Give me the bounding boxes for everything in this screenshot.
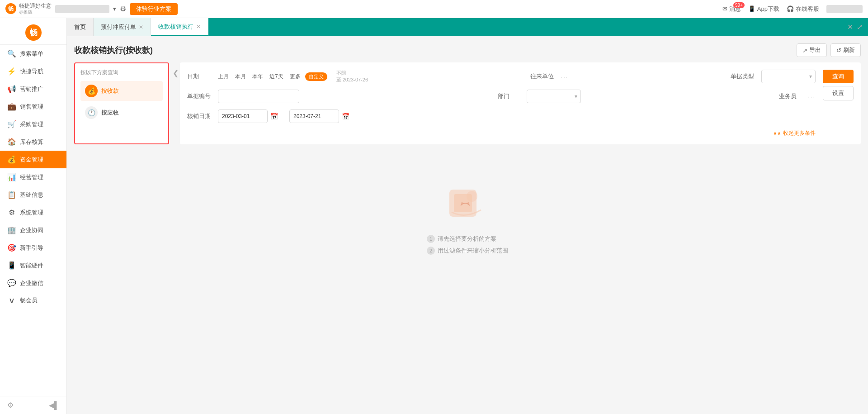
flash-icon: ⚡ bbox=[7, 67, 16, 76]
refresh-icon: ↺ bbox=[836, 47, 841, 54]
message-button[interactable]: ✉ 消息 99+ bbox=[722, 5, 741, 13]
sidebar-item-marketing[interactable]: 📢 营销推广 bbox=[0, 80, 66, 98]
date-btn-7days[interactable]: 近7天 bbox=[268, 72, 285, 81]
filter-sidebar-title: 按以下方案查询 bbox=[80, 69, 163, 76]
dept-label: 部门 bbox=[498, 92, 519, 100]
empty-tip-2: 2 用过滤条件来缩小分析范围 bbox=[427, 245, 508, 257]
partner-label: 往来单位 bbox=[530, 72, 554, 81]
filter-option-by-receipt[interactable]: 💰 按收款 bbox=[80, 81, 163, 101]
collapse-label: 收起更多条件 bbox=[783, 129, 816, 137]
sidebar-item-sales[interactable]: 💼 销售管理 bbox=[0, 98, 66, 115]
verify-date-start-input[interactable] bbox=[218, 109, 268, 123]
filter-form: 日期 上月 本月 本年 近7天 更多 自定义 bbox=[180, 62, 861, 144]
tab-prepay[interactable]: 预付冲应付单 ✕ bbox=[94, 18, 151, 36]
sidebar-item-vip[interactable]: V 畅会员 bbox=[0, 292, 66, 309]
tab-receipt-close[interactable]: ✕ bbox=[196, 24, 201, 30]
settings-bottom-icon[interactable]: ⚙ bbox=[7, 401, 14, 409]
sidebar-item-label: 企业微信 bbox=[20, 279, 43, 287]
date-btn-this-year[interactable]: 本年 bbox=[250, 72, 265, 81]
tip-num-1: 1 bbox=[427, 235, 435, 243]
collapse-chevron-icon: ∧∧ bbox=[773, 130, 781, 137]
expand-icon[interactable]: ⤢ bbox=[857, 23, 863, 31]
content-area: 首页 预付冲应付单 ✕ 收款核销执行 ✕ ✕ ⤢ 收款核销执行(按收款) bbox=[67, 18, 868, 414]
verify-date-end-cal[interactable]: 📅 bbox=[342, 113, 349, 120]
dept-select-wrap bbox=[527, 90, 581, 103]
settings-icon[interactable]: ⚙ bbox=[120, 5, 126, 13]
sidebar-item-guide[interactable]: 🎯 新手引导 bbox=[0, 239, 66, 257]
sidebar-item-inventory[interactable]: 🏠 库存核算 bbox=[0, 133, 66, 151]
set-button[interactable]: 设置 bbox=[823, 86, 854, 100]
logo-icon: 畅 bbox=[5, 3, 16, 14]
wechat-icon: 💬 bbox=[7, 279, 16, 287]
date-btn-more[interactable]: 更多 bbox=[288, 72, 302, 81]
sidebar-item-label: 快捷导航 bbox=[20, 67, 43, 76]
date-btn-this-month[interactable]: 本月 bbox=[233, 72, 248, 81]
collapse-sidebar-icon[interactable]: ◀▌ bbox=[49, 401, 59, 409]
sidebar-item-quicknav[interactable]: ⚡ 快捷导航 bbox=[0, 62, 66, 80]
dept-select[interactable] bbox=[527, 90, 581, 103]
sidebar-item-system[interactable]: ⚙ 系统管理 bbox=[0, 204, 66, 221]
workspace-dropdown-icon[interactable]: ▾ bbox=[113, 5, 116, 12]
date-to: 至 2023-07-26 bbox=[336, 76, 368, 83]
tip-text-1: 请先选择要分析的方案 bbox=[438, 233, 496, 245]
tab-prepay-close[interactable]: ✕ bbox=[139, 24, 143, 30]
tab-receipt[interactable]: 收款核销执行 ✕ bbox=[151, 18, 208, 36]
sidebar-logo: 畅 bbox=[0, 18, 66, 45]
staff-label: 业务员 bbox=[779, 92, 801, 100]
workspace-name bbox=[55, 5, 109, 13]
solution-button[interactable]: 体验行业方案 bbox=[130, 3, 178, 15]
tip-text-2: 用过滤条件来缩小分析范围 bbox=[438, 245, 508, 257]
tip-num-2: 2 bbox=[427, 247, 435, 255]
tabbar-right: ✕ ⤢ bbox=[842, 18, 868, 36]
export-button[interactable]: ↗ 导出 bbox=[797, 43, 827, 57]
sidebar-item-wechat[interactable]: 💬 企业微信 bbox=[0, 274, 66, 292]
export-label: 导出 bbox=[809, 46, 821, 54]
warehouse-icon: 🏠 bbox=[7, 138, 16, 146]
briefcase-icon: 💼 bbox=[7, 102, 16, 111]
sidebar-item-finance[interactable]: 💰 资金管理 bbox=[0, 151, 66, 168]
receipt-option-icon: 💰 bbox=[85, 85, 98, 97]
filter-option-by-receivable[interactable]: 🕐 按应收 bbox=[80, 103, 163, 123]
app-download-button[interactable]: 📱 App下载 bbox=[748, 5, 779, 13]
sidebar-item-label: 营销推广 bbox=[20, 85, 43, 93]
filter-layout: 按以下方案查询 💰 按收款 🕐 按应收 ❮ bbox=[74, 62, 861, 144]
filter-collapse-icon[interactable]: ❮ bbox=[171, 62, 180, 77]
collapse-more-btn[interactable]: ∧∧ 收起更多条件 bbox=[187, 129, 816, 137]
sidebar-item-enterprise[interactable]: 🏢 企业协同 bbox=[0, 221, 66, 239]
tab-home[interactable]: 首页 bbox=[67, 18, 94, 36]
doc-type-select-wrap bbox=[761, 70, 816, 83]
gear-icon: ⚙ bbox=[7, 208, 16, 217]
target-icon: 🎯 bbox=[7, 243, 16, 252]
partner-input[interactable]: ··· bbox=[561, 73, 569, 80]
refresh-label: 刷新 bbox=[843, 46, 855, 54]
brand-name: 畅捷通好生意 bbox=[19, 3, 52, 9]
building-icon: 🏢 bbox=[7, 226, 16, 234]
refresh-button[interactable]: ↺ 刷新 bbox=[830, 43, 861, 57]
staff-input[interactable]: ··· bbox=[808, 93, 816, 100]
sidebar-item-label: 资金管理 bbox=[20, 156, 43, 164]
doc-type-label: 单据类型 bbox=[731, 72, 754, 81]
verify-date-start-cal[interactable]: 📅 bbox=[270, 113, 278, 120]
svg-point-4 bbox=[467, 202, 469, 204]
sidebar-item-search[interactable]: 🔍 搜索菜单 bbox=[0, 45, 66, 62]
verify-date-end-input[interactable] bbox=[289, 109, 339, 123]
sidebar-item-management[interactable]: 📊 经营管理 bbox=[0, 168, 66, 186]
chart-icon: 📊 bbox=[7, 173, 16, 181]
date-btn-custom[interactable]: 自定义 bbox=[305, 72, 327, 81]
tab-home-label: 首页 bbox=[74, 23, 86, 31]
sidebar-item-hardware[interactable]: 📱 智能硬件 bbox=[0, 257, 66, 274]
doc-no-input[interactable] bbox=[218, 90, 299, 103]
page-content: 收款核销执行(按收款) ↗ 导出 ↺ 刷新 按以下方案查询 bbox=[67, 36, 868, 414]
app-label: App下载 bbox=[757, 5, 779, 13]
doc-type-select[interactable] bbox=[761, 70, 816, 83]
date-btn-last-month[interactable]: 上月 bbox=[216, 72, 231, 81]
sidebar-item-purchase[interactable]: 🛒 采购管理 bbox=[0, 115, 66, 133]
close-tab-icon[interactable]: ✕ bbox=[847, 23, 853, 31]
sidebar-item-basic-info[interactable]: 📋 基础信息 bbox=[0, 186, 66, 204]
online-service-button[interactable]: 🎧 在线客服 bbox=[787, 5, 819, 13]
query-button[interactable]: 查询 bbox=[823, 70, 854, 83]
date-shortcuts: 上月 本月 本年 近7天 更多 自定义 bbox=[216, 72, 327, 81]
page-actions: ↗ 导出 ↺ 刷新 bbox=[797, 43, 861, 57]
page-title: 收款核销执行(按收款) bbox=[74, 45, 153, 56]
brand-sub: 标推版 bbox=[19, 10, 52, 15]
